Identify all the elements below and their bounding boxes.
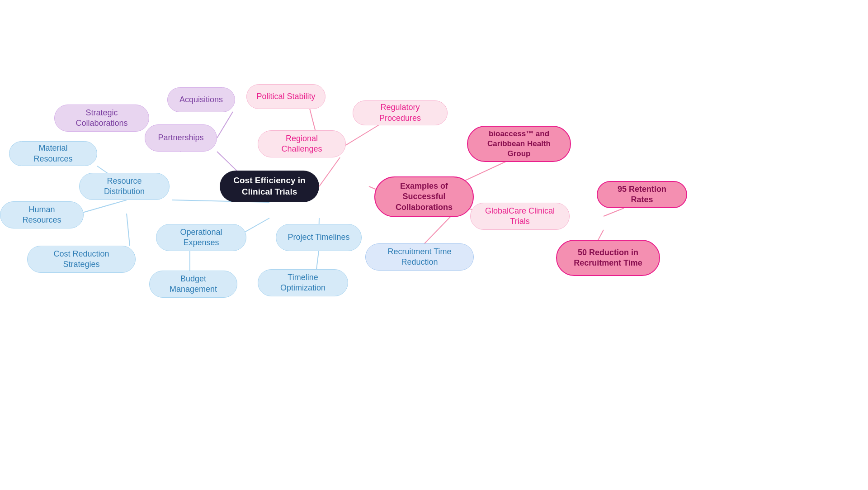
material-resources-node: Material Resources <box>9 141 97 166</box>
project-timelines-label: Project Timelines <box>288 232 349 243</box>
regulatory-procedures-label: Regulatory Procedures <box>362 102 438 124</box>
political-stability-label: Political Stability <box>256 91 315 102</box>
cost-reduction-strategies-node: Cost Reduction Strategies <box>27 246 136 273</box>
resource-distribution-label: Resource Distribution <box>89 176 160 197</box>
timeline-optimization-node: Timeline Optimization <box>258 269 348 296</box>
svg-line-1 <box>217 112 233 138</box>
recruitment-time-reduction-label: Recruitment Time Reduction <box>375 247 464 268</box>
svg-line-10 <box>316 251 319 269</box>
center-node: Cost Efficiency in Clinical Trials <box>220 171 319 202</box>
partnerships-node: Partnerships <box>145 124 217 152</box>
human-resources-label: Human Resources <box>9 205 74 226</box>
operational-expenses-label: Operational Expenses <box>165 227 237 248</box>
fifty-reduction-node: 50 Reduction in Recruitment Time <box>556 240 660 276</box>
acquisitions-label: Acquisitions <box>179 95 223 105</box>
partnerships-label: Partnerships <box>158 133 203 143</box>
material-resources-label: Material Resources <box>19 143 88 164</box>
svg-line-6 <box>127 214 130 246</box>
regional-challenges-label: Regional Challenges <box>267 133 336 155</box>
cost-reduction-strategies-label: Cost Reduction Strategies <box>37 249 126 270</box>
bioaccess-node: bioaccess™ and Caribbean Health Group <box>467 126 571 162</box>
strategic-collaborations-node: Strategic Collaborations <box>54 105 149 132</box>
regulatory-procedures-node: Regulatory Procedures <box>353 100 448 125</box>
svg-line-11 <box>319 157 340 186</box>
globalcare-label: GlobalCare Clinical Trials <box>479 206 561 227</box>
political-stability-node: Political Stability <box>246 84 326 109</box>
human-resources-node: Human Resources <box>0 201 84 228</box>
fifty-reduction-label: 50 Reduction in Recruitment Time <box>565 247 651 269</box>
examples-collaborations-node: Examples of Successful Collaborations <box>374 176 474 217</box>
operational-expenses-node: Operational Expenses <box>156 224 246 251</box>
svg-line-18 <box>604 208 624 216</box>
globalcare-node: GlobalCare Clinical Trials <box>470 203 570 230</box>
bioaccess-label: bioaccess™ and Caribbean Health Group <box>476 129 562 159</box>
budget-management-label: Budget Management <box>159 274 228 295</box>
timeline-optimization-label: Timeline Optimization <box>267 272 339 294</box>
strategic-collaborations-label: Strategic Collaborations <box>64 108 140 129</box>
center-label: Cost Efficiency in Clinical Trials <box>229 175 310 197</box>
regional-challenges-node: Regional Challenges <box>258 130 346 157</box>
acquisitions-node: Acquisitions <box>167 87 235 112</box>
retention-rates-label: 95 Retention Rates <box>606 184 678 205</box>
retention-rates-node: 95 Retention Rates <box>597 181 687 208</box>
recruitment-time-reduction-node: Recruitment Time Reduction <box>365 243 474 271</box>
budget-management-node: Budget Management <box>149 271 237 298</box>
project-timelines-node: Project Timelines <box>276 224 362 251</box>
resource-distribution-node: Resource Distribution <box>79 173 170 200</box>
examples-collaborations-label: Examples of Successful Collaborations <box>383 181 465 213</box>
